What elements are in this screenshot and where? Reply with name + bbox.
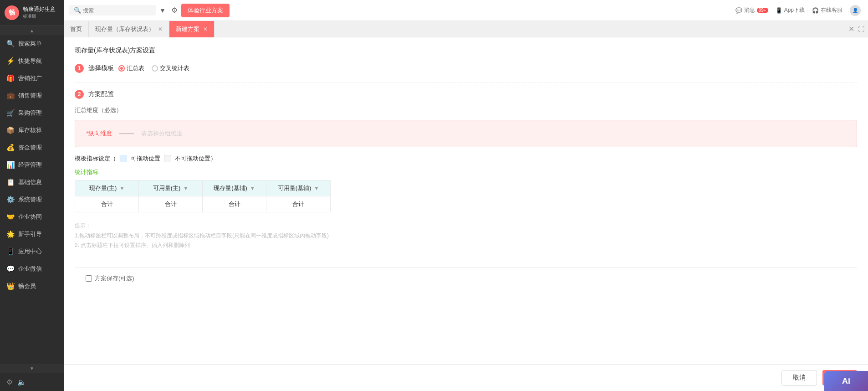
dimension-placeholder: 请选择分组维度 (141, 129, 183, 138)
avatar: 👤 (850, 5, 861, 16)
sidebar-item-bizwechat[interactable]: 💬 企业微信 (0, 260, 64, 278)
tab-inventory[interactable]: 现存量（库存状况表） ✕ (89, 21, 169, 37)
sidebar-item-basicinfo[interactable]: 📋 基础信息 (0, 174, 64, 191)
stats-title: 统计指标 (75, 168, 857, 176)
sidebar-item-bizcoop-label: 企业协同 (18, 213, 42, 221)
industry-plan-button[interactable]: 体验行业方案 (181, 4, 230, 17)
newguide-icon: 🌟 (6, 230, 15, 238)
required-dimension-area[interactable]: *纵向维度 —— 请选择分组维度 (75, 120, 857, 147)
app-download-label: App下载 (784, 6, 805, 14)
sidebar: 畅 畅康通好生意 标准版 ▲ 🔍 搜索菜单 ⚡ 快捷导航 🎁 营销推广 💼 销售… (0, 0, 64, 391)
sidebar-item-sales-label: 销售管理 (18, 92, 42, 100)
col-name-2: 现存量(基辅) (214, 184, 247, 192)
finance-icon: 💰 (6, 144, 15, 152)
save-label: 方案保存(可选) (95, 274, 134, 283)
col-arrow-0[interactable]: ▼ (119, 185, 124, 191)
drag-label: 可拖动位置 (131, 154, 160, 163)
app-version: 标准版 (23, 13, 56, 20)
col-arrow-1[interactable]: ▼ (183, 185, 188, 191)
cell-0-3: 合计 (266, 196, 330, 212)
tab-home[interactable]: 首页 (64, 21, 89, 37)
tab-new-plan[interactable]: 新建方案 ✕ (169, 21, 214, 37)
bizwechat-icon: 💬 (6, 265, 15, 273)
tip-0: 1.拖动标题栏可以调整布局，不可跨维度或指标区域拖动栏目字段(只能在同一维度或指… (75, 231, 857, 241)
ai-badge[interactable]: Ai (824, 371, 868, 391)
save-option[interactable]: 方案保存(可选) (86, 274, 846, 283)
col-header-2[interactable]: 现存量(基辅) ▼ (203, 180, 266, 196)
sidebar-item-inventory-label: 库存核算 (18, 126, 42, 134)
dropdown-icon[interactable]: ▼ (159, 7, 166, 14)
col-arrow-2[interactable]: ▼ (250, 185, 255, 191)
window-expand-icon[interactable]: ⛶ (858, 26, 864, 33)
radio-summary[interactable]: 汇总表 (118, 64, 144, 72)
drag-badge (120, 155, 127, 162)
section1-header: 1 选择模板 汇总表 交叉统计表 (75, 64, 857, 73)
user-menu[interactable]: 👤 (850, 5, 863, 16)
sidebar-item-quicknav[interactable]: ⚡ 快捷导航 (0, 52, 64, 70)
bizcoop-icon: 🤝 (6, 213, 15, 221)
tip-label: 提示： (75, 221, 857, 231)
sidebar-scroll-up[interactable]: ▲ (0, 26, 64, 35)
sidebar-item-operations-label: 经营管理 (18, 161, 42, 169)
cancel-button[interactable]: 取消 (781, 370, 817, 386)
tab-new-plan-close[interactable]: ✕ (203, 26, 208, 32)
sidebar-item-sales[interactable]: 💼 销售管理 (0, 87, 64, 104)
topbar: 🔍 ▼ ⚙ 体验行业方案 💬 消息 99+ 📱 App下载 🎧 在线客服 👤 (64, 0, 868, 21)
app-icon: 📱 (776, 7, 782, 14)
indicator-settings-text: 模板指标设定（ (75, 154, 116, 163)
search-input[interactable] (83, 7, 151, 14)
sidebar-item-appcenter[interactable]: 📱 应用中心 (0, 243, 64, 260)
settings-icon[interactable]: ⚙ (6, 378, 13, 386)
app-name: 畅康通好生意 (23, 6, 56, 13)
sidebar-item-search[interactable]: 🔍 搜索菜单 (0, 35, 64, 52)
tabbar: 首页 现存量（库存状况表） ✕ 新建方案 ✕ ✕ ⛶ (64, 21, 868, 37)
sidebar-item-marketing[interactable]: 🎁 营销推广 (0, 70, 64, 87)
online-service-button[interactable]: 🎧 在线客服 (812, 6, 842, 14)
col-name-1: 可用量(主) (153, 184, 181, 192)
content-area: 现存量(库存状况表)方案设置 1 选择模板 汇总表 交叉统计表 (64, 37, 868, 364)
col-header-1[interactable]: 可用量(主) ▼ (139, 180, 203, 196)
tab-inventory-close[interactable]: ✕ (158, 26, 163, 32)
inventory-icon: 📦 (6, 126, 15, 134)
sidebar-item-bizwechat-label: 企业微信 (18, 265, 42, 273)
sidebar-item-operations[interactable]: 📊 经营管理 (0, 156, 64, 174)
sidebar-item-appcenter-label: 应用中心 (18, 247, 42, 256)
col-name-3: 可用量(基辅) (278, 184, 311, 192)
col-arrow-3[interactable]: ▼ (314, 185, 319, 191)
app-download-button[interactable]: 📱 App下载 (776, 6, 805, 14)
sidebar-item-bizcoop[interactable]: 🤝 企业协同 (0, 208, 64, 226)
section1-num: 1 (75, 64, 84, 73)
no-drag-label: 不可拖动位置） (175, 154, 216, 163)
topbar-right: 💬 消息 99+ 📱 App下载 🎧 在线客服 👤 (735, 5, 863, 16)
sales-icon: 💼 (6, 92, 15, 100)
col-header-0[interactable]: 现存量(主) ▼ (75, 180, 139, 196)
dimension-label: *纵向维度 (86, 129, 112, 138)
sidebar-item-search-label: 搜索菜单 (18, 40, 42, 48)
operations-icon: 📊 (6, 161, 15, 169)
sidebar-item-inventory[interactable]: 📦 库存核算 (0, 122, 64, 139)
section-config: 2 方案配置 汇总维度（必选） *纵向维度 —— 请选择分组维度 模板指标设定（ (75, 90, 857, 251)
sidebar-item-quicknav-label: 快捷导航 (18, 57, 42, 65)
search-box[interactable]: 🔍 (69, 5, 156, 15)
radio-cross[interactable]: 交叉统计表 (152, 64, 189, 72)
search-icon: 🔍 (74, 7, 81, 14)
gear-icon[interactable]: ⚙ (171, 6, 178, 15)
sidebar-item-finance[interactable]: 💰 资金管理 (0, 139, 64, 156)
tab-home-label: 首页 (70, 25, 82, 33)
save-checkbox[interactable] (86, 275, 92, 282)
stats-table: 现存量(主) ▼ 可用量(主) ▼ 现存量(基辅) ▼ (75, 180, 331, 212)
sidebar-item-sysmanage-label: 系统管理 (18, 196, 42, 204)
volume-icon[interactable]: 🔈 (17, 378, 26, 386)
col-header-3[interactable]: 可用量(基辅) ▼ (266, 180, 330, 196)
purchase-icon: 🛒 (6, 109, 15, 117)
section-template: 1 选择模板 汇总表 交叉统计表 (75, 64, 857, 73)
sidebar-item-sysmanage[interactable]: ⚙️ 系统管理 (0, 191, 64, 208)
sidebar-item-purchase[interactable]: 🛒 采购管理 (0, 104, 64, 122)
messages-button[interactable]: 💬 消息 99+ (735, 6, 768, 14)
window-close-icon[interactable]: ✕ (848, 25, 854, 33)
quicknav-icon: ⚡ (6, 57, 15, 65)
sidebar-scroll-down[interactable]: ▼ (0, 364, 64, 373)
sidebar-menu: 🔍 搜索菜单 ⚡ 快捷导航 🎁 营销推广 💼 销售管理 🛒 采购管理 📦 库存核… (0, 35, 64, 364)
sidebar-item-member[interactable]: 👑 畅会员 (0, 278, 64, 295)
sidebar-item-newguide[interactable]: 🌟 新手引导 (0, 226, 64, 243)
